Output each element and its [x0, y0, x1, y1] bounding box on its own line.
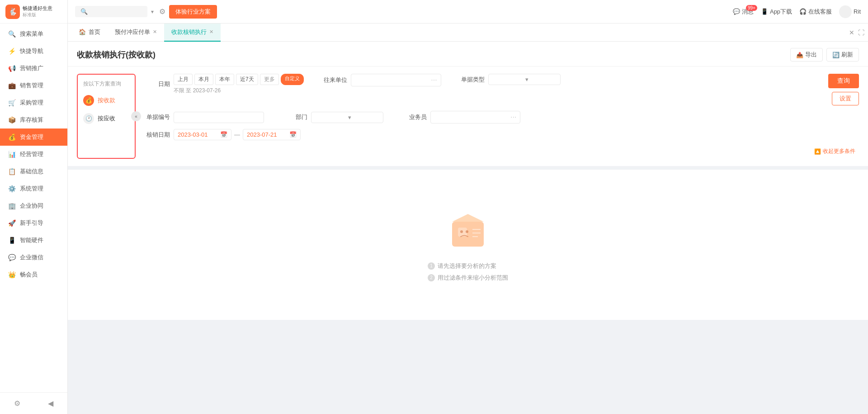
sidebar-item-label: 系统管理 — [20, 185, 43, 193]
topbar-dropdown-arrow[interactable]: ▾ — [151, 9, 154, 15]
empty-step-2: 2 用过滤条件来缩小分析范围 — [428, 272, 508, 284]
message-badge: 99+ — [746, 5, 757, 11]
svg-rect-0 — [452, 222, 484, 247]
export-icon: 📤 — [796, 52, 803, 58]
date-last-7days-btn[interactable]: 近7天 — [236, 74, 258, 85]
sidebar-item-member[interactable]: 👑 畅会员 — [0, 266, 67, 283]
step-1-number: 1 — [428, 262, 435, 270]
sidebar-item-marketing[interactable]: 📢 营销推广 — [0, 60, 67, 77]
logo-icon: 🐇 — [5, 5, 20, 19]
bill-type-arrow-icon: ▾ — [525, 76, 557, 83]
verify-date-start-calendar-icon[interactable]: 📅 — [220, 131, 227, 138]
date-range-separator: — — [234, 131, 240, 138]
query-button[interactable]: 查询 — [828, 74, 859, 88]
sidebar-item-sales[interactable]: 💼 销售管理 — [0, 77, 67, 94]
verify-date-label: 核销日期 — [143, 131, 170, 139]
tab-collection-close[interactable]: ✕ — [209, 29, 213, 35]
sidebar-navigation: 🔍 搜索菜单 ⚡ 快捷导航 📢 营销推广 💼 销售管理 🛒 采购管理 📦 库存核… — [0, 24, 67, 392]
department-select[interactable]: ▾ — [311, 112, 383, 123]
sidebar-item-label: 新手引导 — [20, 219, 43, 227]
customer-service-icon: 🎧 — [799, 8, 807, 15]
date-this-year-btn[interactable]: 本年 — [215, 74, 234, 85]
tab-home-label: 首页 — [89, 28, 100, 36]
collapse-sidebar-icon[interactable]: ◀ — [44, 397, 57, 409]
receivable-scheme-icon: 🕐 — [83, 113, 94, 124]
partner-input[interactable] — [355, 77, 431, 84]
date-this-month-btn[interactable]: 本月 — [194, 74, 213, 85]
empty-instructions: 1 请先选择要分析的方案 2 用过滤条件来缩小分析范围 — [428, 260, 508, 284]
refresh-button[interactable]: 🔄 刷新 — [826, 48, 859, 62]
sidebar-item-basic-info[interactable]: 📋 基础信息 — [0, 163, 67, 180]
partner-label: 往来单位 — [320, 76, 347, 84]
salesperson-input[interactable] — [434, 114, 510, 121]
filter-scheme-title: 按以下方案查询 — [78, 78, 135, 91]
sidebar-item-label: 畅会员 — [20, 271, 38, 279]
app-name: 畅捷通好生意 — [23, 5, 52, 11]
date-label: 日期 — [143, 80, 170, 88]
filter-scheme-panel: 按以下方案查询 💰 按收款 🕐 按应收 « — [77, 74, 136, 159]
filter-form: 日期 上月 本月 本年 近7天 更多 自定义 不限 至 2023-07-26 — [143, 74, 859, 159]
customer-service-link[interactable]: 🎧 在线客服 — [799, 8, 832, 16]
date-more-btn[interactable]: 更多 — [260, 74, 279, 85]
sidebar-item-finance[interactable]: 💰 资金管理 — [0, 128, 67, 146]
message-center[interactable]: 💬 消息 99+ — [733, 8, 754, 16]
verify-date-end-calendar-icon[interactable]: 📅 — [289, 131, 297, 138]
sidebar-item-search[interactable]: 🔍 搜索菜单 — [0, 25, 67, 43]
sidebar-item-business[interactable]: 📊 经营管理 — [0, 146, 67, 163]
sidebar-item-guide[interactable]: 🚀 新手引导 — [0, 214, 67, 232]
app-download-link[interactable]: 📱 App下载 — [761, 8, 792, 16]
filter-option-by-collection[interactable]: 💰 按收款 — [78, 91, 135, 109]
empty-illustration — [441, 206, 495, 251]
topbar-search-display: 🔍 — [75, 6, 147, 17]
collection-scheme-icon: 💰 — [83, 95, 94, 106]
sidebar-item-system[interactable]: ⚙️ 系统管理 — [0, 180, 67, 197]
collapse-filter-sidebar-button[interactable]: « — [131, 111, 141, 121]
sidebar-item-enterprise[interactable]: 🏢 企业协同 — [0, 197, 67, 214]
tab-collection[interactable]: 收款核销执行 ✕ — [164, 24, 221, 42]
bill-no-input[interactable] — [178, 114, 260, 121]
date-last-month-btn[interactable]: 上月 — [174, 74, 193, 85]
user-profile[interactable]: Rit — [839, 5, 861, 18]
date-custom-tag[interactable]: 自定义 — [281, 74, 304, 85]
sidebar-item-inventory[interactable]: 📦 库存核算 — [0, 111, 67, 128]
sidebar-item-quick-nav[interactable]: ⚡ 快捷导航 — [0, 43, 67, 60]
collapse-more-label: 收起更多条件 — [823, 148, 855, 155]
partner-dots[interactable]: ··· — [431, 76, 437, 84]
finance-icon: 💰 — [7, 133, 16, 141]
collapse-more-conditions-button[interactable]: 🔼 收起更多条件 — [811, 144, 859, 159]
export-label: 导出 — [805, 51, 817, 59]
sidebar-item-label: 营销推广 — [20, 64, 43, 72]
guide-icon: 🚀 — [7, 219, 16, 227]
sidebar-item-purchase[interactable]: 🛒 采购管理 — [0, 94, 67, 111]
tab-prepay-close[interactable]: ✕ — [153, 29, 157, 35]
main-area: 🔍 ▾ ⚙ 体验行业方案 💬 消息 99+ 📱 App下载 🎧 在线客服 R — [68, 0, 868, 414]
setting-button[interactable]: 设置 — [832, 92, 859, 105]
bill-type-select[interactable]: ▾ — [488, 74, 561, 85]
empty-step-1: 1 请先选择要分析的方案 — [428, 260, 508, 272]
filter-action-buttons: 查询 设置 — [828, 74, 859, 105]
tab-home[interactable]: 🏠 首页 — [71, 24, 108, 42]
filter-option-by-receivable[interactable]: 🕐 按应收 — [78, 109, 135, 128]
sidebar-item-wechat[interactable]: 💬 企业微信 — [0, 249, 67, 266]
salesperson-dots[interactable]: ··· — [510, 113, 516, 121]
tab-prepay[interactable]: 预付冲应付单 ✕ — [108, 24, 164, 42]
user-avatar — [839, 5, 852, 18]
topbar-gear-icon[interactable]: ⚙ — [159, 7, 165, 16]
svg-marker-1 — [452, 214, 484, 222]
expand-icon[interactable]: ⛶ — [858, 29, 864, 36]
date-quick-select: 上月 本月 本年 近7天 更多 自定义 — [174, 74, 304, 85]
app-download-icon: 📱 — [761, 8, 768, 15]
sidebar-item-label: 销售管理 — [20, 81, 43, 90]
close-all-tabs-icon[interactable]: ✕ — [849, 29, 854, 36]
verify-date-start-input[interactable] — [178, 131, 218, 138]
sidebar-item-hardware[interactable]: 📱 智能硬件 — [0, 232, 67, 249]
settings-icon[interactable]: ⚙ — [10, 397, 24, 409]
industry-solution-button[interactable]: 体验行业方案 — [169, 5, 217, 19]
app-version: 标准版 — [23, 12, 52, 18]
verify-date-start-wrap: 📅 — [174, 129, 231, 140]
sidebar-item-label: 搜索菜单 — [20, 30, 43, 38]
collection-scheme-label: 按收款 — [98, 96, 115, 105]
verify-date-end-input[interactable] — [247, 131, 288, 138]
export-button[interactable]: 📤 导出 — [790, 48, 823, 62]
tab-bar: 🏠 首页 预付冲应付单 ✕ 收款核销执行 ✕ ✕ ⛶ — [68, 24, 868, 42]
